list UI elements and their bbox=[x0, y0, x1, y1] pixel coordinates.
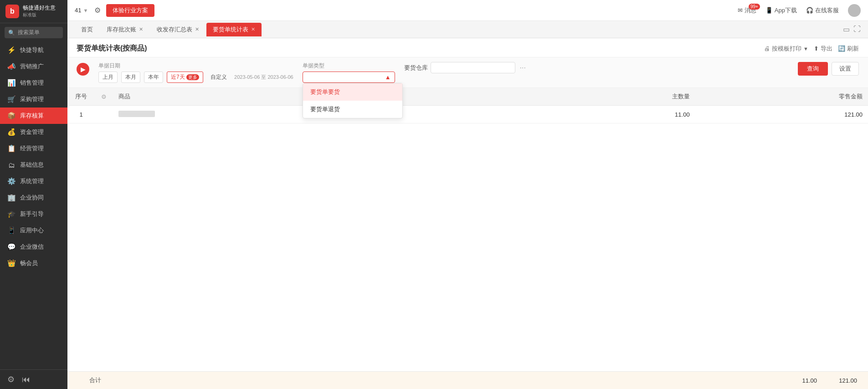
tab-order-close[interactable]: ✕ bbox=[251, 26, 255, 32]
print-label: 按模板打印 bbox=[772, 45, 801, 53]
app-download-btn[interactable]: 📱 App下载 bbox=[765, 6, 797, 15]
date-btn-cur-month[interactable]: 本月 bbox=[121, 72, 140, 83]
sidebar-item-marketing[interactable]: 📣 营销推广 bbox=[0, 58, 67, 75]
type-filter-input[interactable]: ▲ bbox=[303, 72, 395, 83]
sidebar-item-enterprise[interactable]: 🏢 企业协同 bbox=[0, 189, 67, 206]
wechat-label: 企业微信 bbox=[20, 243, 44, 251]
sidebar-item-system[interactable]: ⚙️ 系统管理 bbox=[0, 173, 67, 189]
member-icon: 👑 bbox=[7, 259, 15, 267]
cell-no: 1 bbox=[67, 106, 95, 123]
col-no: 序号 bbox=[67, 88, 95, 106]
guide-label: 新手引导 bbox=[20, 210, 44, 218]
cell-qty: 11.00 bbox=[552, 106, 695, 123]
operations-label: 经营管理 bbox=[20, 144, 44, 153]
print-chevron-down: ▼ bbox=[803, 46, 808, 51]
dropdown-item-return[interactable]: 要货单退货 bbox=[303, 101, 402, 118]
tab-home[interactable]: 首页 bbox=[75, 23, 99, 36]
sidebar-item-purchase[interactable]: 🛒 采购管理 bbox=[0, 91, 67, 107]
date-btn-custom[interactable]: 自定义 bbox=[207, 72, 231, 82]
more-filters-btn[interactable]: ··· bbox=[518, 64, 528, 72]
page-header: 要货单统计表(按商品) 🖨 按模板打印 ▼ ⬆ 导出 🔄 刷新 bbox=[67, 38, 868, 57]
sidebar-item-guide[interactable]: 🎓 新手引导 bbox=[0, 206, 67, 222]
type-filter-label: 单据类型 bbox=[303, 62, 395, 70]
sidebar-item-operations[interactable]: 📋 经营管理 bbox=[0, 140, 67, 157]
message-badge: 99+ bbox=[749, 4, 760, 10]
table-row: 1 块 11.00 121.00 bbox=[67, 106, 868, 123]
export-btn[interactable]: ⬆ 导出 bbox=[814, 45, 832, 53]
marketing-label: 营销推广 bbox=[20, 62, 44, 71]
type-dropdown: 要货单要货 要货单退货 bbox=[303, 83, 403, 118]
tab-batch-inventory[interactable]: 库存批次账 ✕ bbox=[100, 23, 149, 36]
date-btn-cur-year[interactable]: 本年 bbox=[144, 72, 163, 83]
col-amount: 零售金额 bbox=[695, 88, 868, 106]
col-settings-icon[interactable]: ⚙ bbox=[101, 93, 107, 100]
search-icon: 🔍 bbox=[8, 30, 15, 36]
sidebar-item-inventory[interactable]: 📦 库存核算 bbox=[0, 107, 67, 124]
tab-batch-close[interactable]: ✕ bbox=[139, 26, 143, 32]
date-btn-last-month[interactable]: 上月 bbox=[98, 72, 118, 83]
system-label: 系统管理 bbox=[20, 177, 44, 185]
sidebar-item-app-center[interactable]: 📱 应用中心 bbox=[0, 222, 67, 239]
user-avatar[interactable] bbox=[848, 4, 861, 17]
sidebar-item-finance[interactable]: 💰 资金管理 bbox=[0, 124, 67, 140]
logo-area: b 畅捷通好生意 标准版 bbox=[0, 0, 67, 23]
gear-icon[interactable]: ⚙ bbox=[94, 6, 101, 15]
settings-icon[interactable]: ⚙ bbox=[7, 374, 15, 384]
sidebar-collapse-btn[interactable]: ⏮ bbox=[22, 375, 30, 384]
footer-amount: 121.00 bbox=[817, 377, 863, 384]
promo-button[interactable]: 体验行业方案 bbox=[106, 4, 154, 17]
date-more-badge: 更多 bbox=[186, 74, 199, 80]
online-service-btn[interactable]: 🎧 在线客服 bbox=[806, 6, 839, 15]
query-button[interactable]: 查询 bbox=[798, 62, 828, 76]
messages-btn[interactable]: ✉ 消息 99+ bbox=[738, 6, 756, 15]
sidebar-item-wechat[interactable]: 💬 企业微信 bbox=[0, 239, 67, 255]
topbar-right: ✉ 消息 99+ 📱 App下载 🎧 在线客服 bbox=[738, 4, 861, 17]
app-name: 畅捷通好生意 bbox=[23, 5, 56, 12]
tab-order-stats[interactable]: 要货单统计表 ✕ bbox=[206, 23, 262, 36]
filter-expand-btn[interactable]: ▶ bbox=[77, 63, 89, 76]
purchase-icon: 🛒 bbox=[7, 95, 15, 103]
tab-collect-summary[interactable]: 收发存汇总表 ✕ bbox=[150, 23, 205, 36]
tab-collect-close[interactable]: ✕ bbox=[195, 26, 199, 32]
sidebar-item-member[interactable]: 👑 畅会员 bbox=[0, 255, 67, 271]
set-button[interactable]: 设置 bbox=[832, 62, 859, 76]
logo-icon: b bbox=[5, 5, 19, 18]
print-icon: 🖨 bbox=[764, 45, 770, 52]
warehouse-label: 要货仓库 bbox=[404, 64, 428, 72]
cell-amount: 121.00 bbox=[695, 106, 868, 123]
type-input-field[interactable] bbox=[307, 74, 383, 81]
table-header-row: 序号 ⚙ 商品 主计量单位 主数量 bbox=[67, 88, 868, 106]
sidebar-item-base[interactable]: 🗂 基础信息 bbox=[0, 157, 67, 173]
page-header-actions: 🖨 按模板打印 ▼ ⬆ 导出 🔄 刷新 bbox=[764, 45, 859, 53]
store-selector[interactable]: 41 ▼ bbox=[75, 7, 88, 14]
operations-icon: 📋 bbox=[7, 144, 15, 153]
inventory-label: 库存核算 bbox=[20, 112, 44, 120]
member-label: 畅会员 bbox=[20, 259, 38, 267]
footer-label: 合计 bbox=[89, 376, 101, 384]
type-chevron-up-icon: ▲ bbox=[385, 74, 391, 81]
tab-minus-icon[interactable]: ▭ bbox=[843, 25, 850, 34]
export-icon: ⬆ bbox=[814, 45, 819, 52]
refresh-btn[interactable]: 🔄 刷新 bbox=[838, 45, 859, 53]
col-amount-label: 零售金额 bbox=[839, 93, 863, 100]
sidebar-item-sales[interactable]: 📊 销售管理 bbox=[0, 75, 67, 91]
sidebar-search[interactable]: 🔍 搜索菜单 bbox=[5, 27, 63, 38]
system-icon: ⚙️ bbox=[7, 177, 15, 185]
sidebar: b 畅捷通好生意 标准版 🔍 搜索菜单 ⚡ 快捷导航 📣 营销推广 📊 销售管理… bbox=[0, 0, 67, 389]
col-settings: ⚙ bbox=[95, 88, 113, 106]
dropdown-item-order[interactable]: 要货单要货 bbox=[303, 83, 402, 101]
sidebar-item-quick-nav[interactable]: ⚡ 快捷导航 bbox=[0, 42, 67, 58]
warehouse-input[interactable] bbox=[431, 62, 515, 73]
print-template-btn[interactable]: 🖨 按模板打印 ▼ bbox=[764, 45, 808, 53]
service-label: 在线客服 bbox=[815, 6, 839, 15]
sales-icon: 📊 bbox=[7, 79, 15, 87]
tab-batch-label: 库存批次账 bbox=[107, 26, 136, 34]
data-table: 序号 ⚙ 商品 主计量单位 主数量 bbox=[67, 88, 868, 123]
date-range-display: 2023-05-06 至 2023-06-06 bbox=[234, 74, 293, 81]
finance-label: 资金管理 bbox=[20, 128, 44, 136]
tab-collect-label: 收发存汇总表 bbox=[157, 26, 192, 34]
date-btn-7days[interactable]: 近7天 更多 bbox=[167, 72, 203, 83]
tab-expand-icon[interactable]: ⛶ bbox=[853, 25, 861, 34]
store-name: 41 bbox=[75, 7, 81, 14]
export-label: 导出 bbox=[821, 45, 832, 53]
